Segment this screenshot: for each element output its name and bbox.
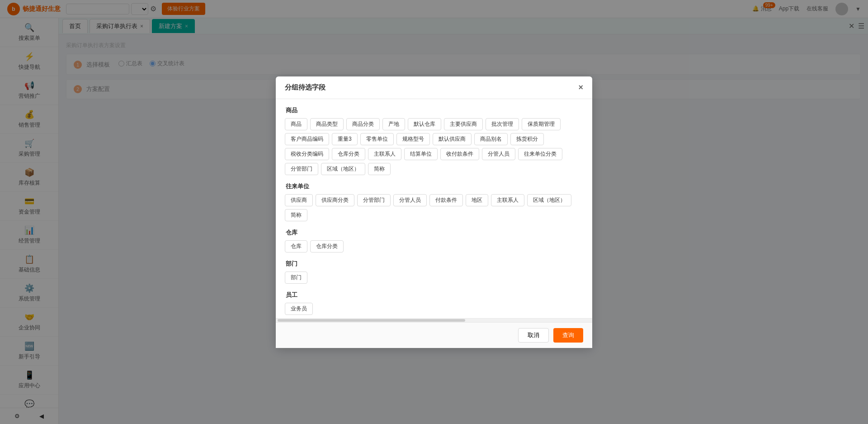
section-goods-title: 商品 — [285, 106, 583, 114]
field-tag[interactable]: 分管人员 — [482, 148, 515, 160]
field-tag[interactable]: 分管部门 — [357, 194, 391, 206]
section-employee-fields: 业务员 — [285, 303, 583, 315]
modal-header: 分组待选字段 × — [276, 76, 592, 99]
field-tag[interactable]: 规格型号 — [396, 133, 430, 145]
field-tag[interactable]: 结算单位 — [404, 148, 438, 160]
field-tag[interactable]: 主联系人 — [491, 194, 524, 206]
field-tag[interactable]: 收付款条件 — [440, 148, 479, 160]
field-tag[interactable]: 部门 — [285, 272, 307, 284]
field-tag[interactable]: 重量3 — [332, 133, 358, 145]
field-tag[interactable]: 地区 — [466, 194, 488, 206]
field-tag[interactable]: 分管人员 — [393, 194, 427, 206]
field-tag[interactable]: 供应商 — [285, 194, 313, 206]
horizontal-scrollbar[interactable] — [276, 318, 592, 322]
section-department-title: 部门 — [285, 260, 583, 268]
section-warehouse-fields: 仓库 仓库分类 — [285, 240, 583, 252]
confirm-button[interactable]: 查询 — [553, 328, 583, 343]
field-tag[interactable]: 默认供应商 — [433, 133, 472, 145]
field-tag[interactable]: 零售单位 — [360, 133, 394, 145]
field-tag[interactable]: 区域（地区） — [527, 194, 571, 206]
section-partners-fields: 供应商 供应商分类 分管部门 分管人员 付款条件 地区 主联系人 区域（地区） … — [285, 194, 583, 221]
field-tag[interactable]: 仓库 — [285, 240, 307, 252]
field-tag[interactable]: 商品类型 — [310, 118, 344, 130]
modal-title: 分组待选字段 — [285, 83, 326, 92]
field-tag[interactable]: 仓库分类 — [310, 240, 344, 252]
section-employee: 员工 业务员 — [285, 291, 583, 315]
field-tag[interactable]: 简称 — [368, 163, 391, 175]
field-tag[interactable]: 税收分类编码 — [285, 148, 329, 160]
section-employee-title: 员工 — [285, 291, 583, 299]
field-tag[interactable]: 分管部门 — [285, 163, 318, 175]
section-warehouse-title: 仓库 — [285, 229, 583, 237]
section-goods-fields: 商品 商品类型 商品分类 产地 默认仓库 主要供应商 批次管理 保质期管理 客户… — [285, 118, 583, 175]
field-tag[interactable]: 仓库分类 — [332, 148, 365, 160]
section-warehouse: 仓库 仓库 仓库分类 — [285, 229, 583, 252]
field-tag[interactable]: 区域（地区） — [321, 163, 365, 175]
section-department: 部门 部门 — [285, 260, 583, 284]
section-partners: 往来单位 供应商 供应商分类 分管部门 分管人员 付款条件 地区 主联系人 区域… — [285, 182, 583, 221]
field-tag[interactable]: 主联系人 — [368, 148, 401, 160]
scroll-thumb — [278, 319, 465, 322]
field-tag[interactable]: 商品别名 — [474, 133, 508, 145]
field-tag[interactable]: 付款条件 — [429, 194, 463, 206]
field-tag[interactable]: 业务员 — [285, 303, 313, 315]
field-tag[interactable]: 供应商分类 — [316, 194, 354, 206]
field-tag[interactable]: 拣货积分 — [510, 133, 544, 145]
field-tag[interactable]: 往来单位分类 — [518, 148, 562, 160]
section-goods: 商品 商品 商品类型 商品分类 产地 默认仓库 主要供应商 批次管理 保质期管理… — [285, 106, 583, 175]
section-department-fields: 部门 — [285, 272, 583, 284]
section-partners-title: 往来单位 — [285, 182, 583, 191]
modal-backdrop: 分组待选字段 × 商品 商品 商品类型 商品分类 产地 默认仓库 主要供应商 批… — [0, 0, 868, 424]
field-tag[interactable]: 默认仓库 — [408, 118, 441, 130]
field-tag[interactable]: 商品分类 — [346, 118, 380, 130]
field-tag[interactable]: 产地 — [382, 118, 405, 130]
field-tag[interactable]: 客户商品编码 — [285, 133, 329, 145]
field-tag[interactable]: 商品 — [285, 118, 307, 130]
field-tag[interactable]: 主要供应商 — [444, 118, 483, 130]
field-tag[interactable]: 简称 — [285, 209, 307, 221]
modal-body: 商品 商品 商品类型 商品分类 产地 默认仓库 主要供应商 批次管理 保质期管理… — [276, 99, 592, 319]
field-tag[interactable]: 批次管理 — [486, 118, 519, 130]
modal-footer: 取消 查询 — [276, 322, 592, 348]
modal-close-button[interactable]: × — [578, 83, 583, 92]
cancel-button[interactable]: 取消 — [518, 328, 549, 343]
field-select-modal: 分组待选字段 × 商品 商品 商品类型 商品分类 产地 默认仓库 主要供应商 批… — [276, 76, 592, 348]
field-tag[interactable]: 保质期管理 — [522, 118, 561, 130]
